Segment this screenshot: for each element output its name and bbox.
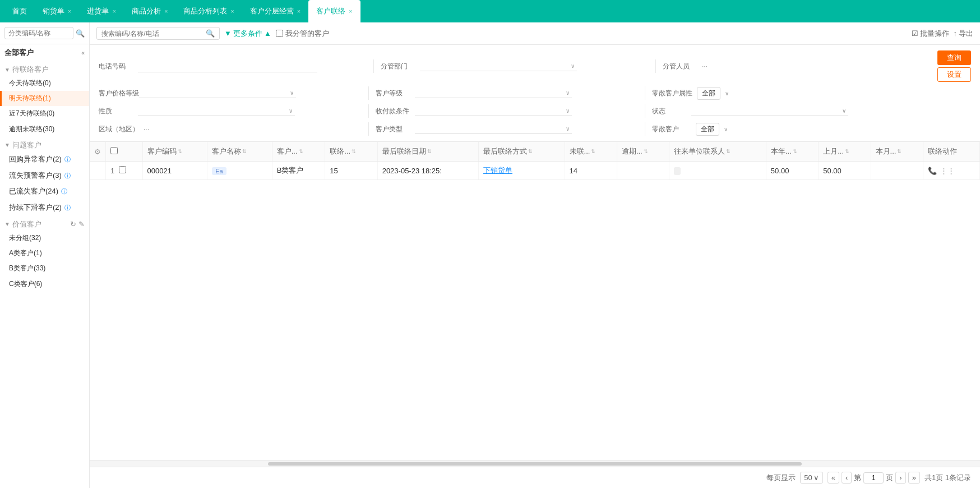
sidebar-item-ungrouped[interactable]: 未分组(32): [0, 231, 89, 246]
sidebar-item-churned[interactable]: 已流失客户(24) ⓘ: [0, 183, 89, 200]
filter-phone-input[interactable]: [138, 61, 317, 72]
sidebar-item-today[interactable]: 今天待联络(0): [0, 76, 89, 91]
sidebar-item-a-class[interactable]: A类客户(1): [0, 246, 89, 261]
filter-price-level: 客户价格等级 ∨: [99, 88, 362, 98]
last-page-btn[interactable]: »: [908, 472, 920, 484]
close-product-icon[interactable]: ×: [164, 8, 168, 15]
filter-payment-select[interactable]: ∨: [415, 106, 572, 116]
close-sales-icon[interactable]: ×: [68, 8, 71, 15]
th-overdue[interactable]: 逾期... ⇅: [617, 142, 669, 162]
sidebar-group-pending: ▼ 待联络客户: [0, 61, 89, 76]
th-contact-person[interactable]: 往来单位联系人 ⇅: [669, 142, 766, 162]
first-page-btn[interactable]: «: [828, 472, 839, 484]
search-input[interactable]: [101, 30, 206, 38]
th-type[interactable]: 客户... ⇅: [272, 142, 325, 162]
th-last-method[interactable]: 最后联络方式 ⇅: [478, 142, 565, 162]
select-all-checkbox[interactable]: [110, 147, 118, 154]
export-btn[interactable]: ↑ 导出: [954, 29, 974, 39]
sidebar-item-churn-warning[interactable]: 流失预警客户(3) ⓘ: [0, 168, 89, 184]
action-icon-1[interactable]: 📞: [928, 167, 937, 175]
sidebar-all-customers[interactable]: 全部客户 «: [0, 44, 89, 61]
triangle-icon-3: ▼: [4, 221, 10, 227]
filter-action-btns: 查询 设置: [937, 50, 971, 82]
filter-customer-type: 客户类型 ∨: [376, 124, 639, 134]
th-code[interactable]: 客户编码 ⇅: [142, 142, 207, 162]
nav-customer-tier[interactable]: 客户分层经营 ×: [242, 0, 308, 22]
sidebar-group-value: ▼ 价值客户 ↻ ✎: [0, 216, 89, 231]
my-customer-checkbox[interactable]: [276, 30, 283, 37]
sidebar-collapse-icon[interactable]: «: [81, 49, 85, 56]
sort-icon-method: ⇅: [528, 149, 533, 154]
close-contact-icon[interactable]: ×: [349, 8, 352, 15]
chevron-down-icon-type: ∨: [566, 126, 570, 132]
filter-retail-attr-tag[interactable]: 全部: [697, 87, 720, 100]
close-purchase-icon[interactable]: ×: [112, 8, 115, 15]
nav-product-analysis[interactable]: 商品分析 ×: [124, 0, 175, 22]
th-this-month[interactable]: 本月... ⇅: [871, 142, 923, 162]
divider-2: [655, 59, 656, 73]
nav-sales-order[interactable]: 销货单 ×: [35, 0, 79, 22]
th-contact-count[interactable]: 联络... ⇅: [325, 142, 377, 162]
td-checkbox: 1: [106, 162, 143, 180]
nav-home[interactable]: 首页: [4, 0, 35, 22]
more-filter-btn[interactable]: ▼ 更多条件 ▲: [224, 29, 271, 39]
sidebar-item-b-class[interactable]: B类客户(33): [0, 261, 89, 276]
refresh-icon[interactable]: ↻: [70, 220, 76, 228]
horizontal-scrollbar[interactable]: [268, 462, 802, 466]
page-size-select[interactable]: 50 ∨: [800, 472, 822, 484]
td-contact-count: 15: [325, 162, 377, 180]
th-no-contact[interactable]: 未联... ⇅: [565, 142, 617, 162]
filter-payment: 收付款条件 ∨: [376, 106, 639, 116]
th-last-month[interactable]: 上月... ⇅: [819, 142, 871, 162]
triangle-icon: ▼: [4, 67, 10, 73]
nav-product-analysis-list[interactable]: 商品分析列表 ×: [175, 0, 242, 22]
sidebar-item-c-class[interactable]: C类客户(6): [0, 277, 89, 292]
filter-nature-select[interactable]: ∨: [138, 106, 295, 116]
page-input[interactable]: [863, 472, 884, 484]
action-icon-2[interactable]: ⋮⋮: [940, 167, 955, 175]
sort-icon-contact: ⇅: [352, 149, 356, 154]
filter-manager-dots[interactable]: ···: [702, 62, 708, 70]
sidebar-search-input[interactable]: [4, 27, 73, 39]
td-name: Ea: [207, 162, 272, 180]
batch-op-btn[interactable]: ☑ 批量操作: [912, 29, 949, 39]
close-product-list-icon[interactable]: ×: [230, 8, 234, 15]
filter-retail-label: 零散客户: [652, 125, 691, 134]
row-checkbox-0[interactable]: [119, 166, 126, 173]
sidebar-search-wrap: 🔍: [0, 22, 89, 44]
filter-dept-select[interactable]: ∨: [420, 61, 577, 71]
filter-level-select[interactable]: ∨: [415, 88, 572, 98]
filter-retail-tag[interactable]: 全部: [696, 123, 719, 136]
th-name[interactable]: 客户名称 ⇅: [207, 142, 272, 162]
filter-price-select[interactable]: ∨: [139, 88, 296, 98]
sidebar-item-declining[interactable]: 持续下滑客户(2) ⓘ: [0, 200, 89, 216]
close-tier-icon[interactable]: ×: [297, 8, 301, 15]
th-this-year[interactable]: 本年... ⇅: [766, 142, 818, 162]
sidebar-item-tomorrow[interactable]: 明天待联络(1): [0, 91, 89, 106]
filter-manager-label: 分管人员: [663, 62, 702, 71]
sidebar-item-abnormal[interactable]: 回购异常客户(2) ⓘ: [0, 151, 89, 168]
nav-customer-contact[interactable]: 客户联络 ×: [308, 0, 360, 22]
sort-icon-tmonth: ⇅: [897, 149, 902, 154]
th-last-date[interactable]: 最后联络日期 ⇅: [377, 142, 478, 162]
edit-icon[interactable]: ✎: [78, 220, 85, 228]
sidebar-item-7days[interactable]: 近7天待联络(0): [0, 106, 89, 121]
sidebar-search-icon[interactable]: 🔍: [76, 29, 85, 38]
info-icon-1: ⓘ: [64, 172, 71, 179]
sidebar-item-overdue[interactable]: 逾期未联络(30): [0, 122, 89, 137]
search-button[interactable]: 🔍: [206, 29, 215, 38]
filter-status-label: 状态: [652, 107, 691, 116]
filter-status: 状态 ∨: [652, 106, 915, 116]
td-type: B类客户: [272, 162, 325, 180]
prev-page-btn[interactable]: ‹: [842, 472, 852, 484]
filter-type-select[interactable]: ∨: [415, 124, 572, 134]
next-page-btn[interactable]: ›: [895, 472, 905, 484]
settings-gear-icon[interactable]: ⚙: [94, 148, 101, 156]
last-method-link[interactable]: 下销货单: [483, 166, 512, 174]
sort-icon-code: ⇅: [178, 149, 182, 154]
filter-status-select[interactable]: ∨: [691, 106, 848, 116]
query-button[interactable]: 查询: [937, 50, 971, 65]
set-button[interactable]: 设置: [937, 67, 971, 82]
nav-purchase-order[interactable]: 进货单 ×: [79, 0, 123, 22]
filter-region-dots[interactable]: ···: [144, 125, 149, 133]
